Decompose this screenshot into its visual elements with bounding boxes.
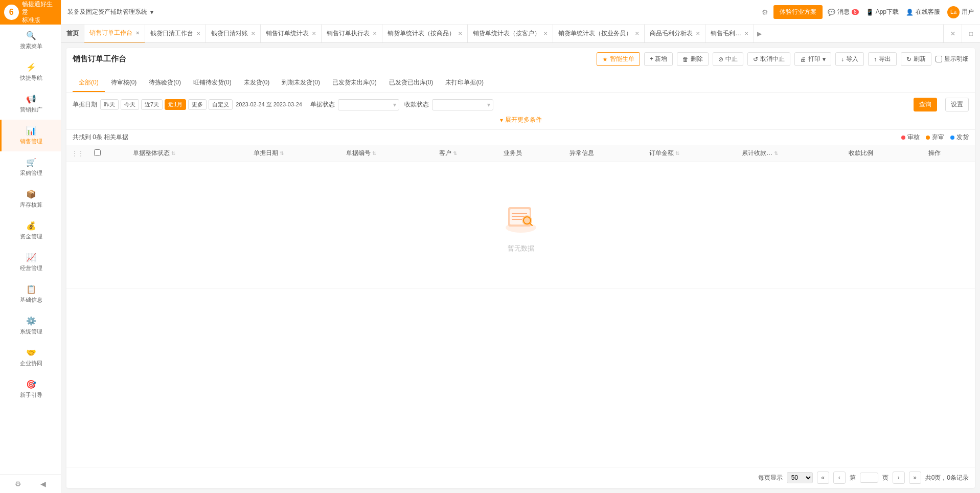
- tab-7[interactable]: 销货单统计表（按客户）✕: [468, 25, 553, 43]
- select-all-checkbox[interactable]: [94, 149, 101, 156]
- show-detail-checkbox[interactable]: [936, 56, 942, 62]
- tab-8[interactable]: 销货单统计表（按业务员）✕: [553, 25, 645, 43]
- tabs-scroll-right-btn[interactable]: ▶: [754, 25, 765, 43]
- tab-3[interactable]: 钱货日清对账✕: [206, 25, 261, 43]
- date-btn-今天[interactable]: 今天: [121, 99, 139, 110]
- online-service-btn[interactable]: 👤 在线客服: [906, 8, 940, 16]
- status-select[interactable]: [338, 99, 399, 110]
- sidebar-logo: 6 畅捷通好生意 标准版: [0, 0, 61, 25]
- date-btn-近7天[interactable]: 近7天: [141, 99, 163, 110]
- reject-action[interactable]: 弃审: [926, 133, 944, 142]
- export-btn[interactable]: ↑ 导出: [868, 52, 897, 66]
- sidebar-item-10[interactable]: 🤝企业协同: [0, 342, 61, 373]
- app-download-btn[interactable]: 📱 App下载: [866, 8, 899, 16]
- message-btn[interactable]: 💬 消息 6: [828, 8, 859, 16]
- drag-handle[interactable]: ⋮⋮: [72, 150, 84, 157]
- user-avatar: Ea: [947, 6, 960, 18]
- collapse-icon[interactable]: ◀: [40, 480, 46, 488]
- sidebar-item-11[interactable]: 🎯新手引导: [0, 373, 61, 405]
- tab-close-9[interactable]: ✕: [696, 31, 700, 36]
- filter-tab-0[interactable]: 全部(0): [73, 74, 105, 92]
- date-btn-近1月[interactable]: 近1月: [165, 99, 186, 110]
- sort-9[interactable]: 累计收款…⇅: [742, 149, 838, 158]
- tab-5[interactable]: 销售订单执行表✕: [322, 25, 382, 43]
- sort-2[interactable]: 单据整体状态⇅: [133, 149, 243, 158]
- tab-10[interactable]: 销售毛利…✕: [705, 25, 754, 43]
- filter-tab-7[interactable]: 已发货已出库(0): [383, 74, 440, 92]
- tab-close-2[interactable]: ✕: [196, 31, 200, 36]
- page-last-btn[interactable]: »: [909, 472, 921, 484]
- page-size-select[interactable]: 102050100: [787, 472, 813, 483]
- print-icon: 🖨: [800, 56, 806, 63]
- settings-icon[interactable]: ⚙: [15, 480, 21, 488]
- sidebar-item-1[interactable]: ⚡快捷导航: [0, 56, 61, 88]
- setting-btn[interactable]: 设置: [945, 98, 969, 111]
- filter-row: 单据日期 昨天今天近7天近1月更多自定义 2023-02-24 至 2023-0…: [73, 98, 969, 111]
- tab-1[interactable]: 销售订单工作台✕: [84, 25, 145, 43]
- user-btn[interactable]: Ea 用户: [947, 6, 974, 18]
- tab-close-5[interactable]: ✕: [373, 31, 377, 36]
- tab-close-10[interactable]: ✕: [744, 31, 748, 36]
- stop-btn[interactable]: ⊘ 中止: [713, 52, 743, 66]
- import-btn[interactable]: ↓ 导入: [835, 52, 864, 66]
- sidebar-item-4[interactable]: 🛒采购管理: [0, 151, 61, 183]
- query-btn[interactable]: 查询: [914, 98, 937, 111]
- new-btn[interactable]: + 新增: [644, 52, 673, 66]
- topbar: 装备及固定资产辅助管理系统 ▾ ⚙ 体验行业方案 💬 消息 6 📱 App下载 …: [61, 0, 980, 25]
- filter-tab-6[interactable]: 已发货未出库(0): [326, 74, 383, 92]
- sidebar-label-6: 资金管理: [20, 233, 42, 240]
- filter-tab-3[interactable]: 旺铺待发货(0): [187, 74, 238, 92]
- tab-close-8[interactable]: ✕: [635, 31, 639, 36]
- tabs-action-1[interactable]: □: [962, 25, 980, 43]
- content-area: 销售订单工作台 ★ 智能生单 + 新增 🗑 删除 ⊘ 中止: [61, 43, 980, 493]
- filter-tab-4[interactable]: 未发货(0): [238, 74, 276, 92]
- tab-0[interactable]: 首页: [61, 25, 84, 43]
- sidebar-item-8[interactable]: 📋基础信息: [0, 278, 61, 310]
- tabs-action-0[interactable]: ✕: [943, 25, 962, 43]
- payment-select[interactable]: [432, 99, 493, 110]
- date-btn-昨天[interactable]: 昨天: [100, 99, 119, 110]
- sidebar-item-6[interactable]: 💰资金管理: [0, 215, 61, 246]
- sort-5[interactable]: 客户⇅: [439, 149, 493, 158]
- page-input[interactable]: 1: [860, 473, 878, 483]
- page-next-btn[interactable]: ›: [893, 472, 905, 484]
- filter-tab-8[interactable]: 未打印单据(0): [439, 74, 490, 92]
- date-btn-自定义[interactable]: 自定义: [209, 99, 233, 110]
- refresh-btn[interactable]: ↻ 刷新: [901, 52, 931, 66]
- industry-btn[interactable]: 体验行业方案: [773, 5, 823, 19]
- sort-4[interactable]: 单据编号⇅: [346, 149, 428, 158]
- sidebar-item-2[interactable]: 📢营销推广: [0, 88, 61, 120]
- sidebar-label-5: 库存核算: [20, 201, 42, 209]
- tab-close-1[interactable]: ✕: [135, 30, 140, 36]
- expand-btn[interactable]: ▾ 展开更多条件: [500, 116, 542, 124]
- print-btn[interactable]: 🖨 打印 ▾: [794, 52, 831, 66]
- topbar-dropdown-btn[interactable]: ▾: [150, 9, 153, 16]
- cancel-stop-btn[interactable]: ↺ 取消中止: [747, 52, 790, 66]
- tab-close-6[interactable]: ✕: [458, 31, 462, 36]
- date-btn-更多[interactable]: 更多: [188, 99, 207, 110]
- tab-close-7[interactable]: ✕: [543, 31, 548, 36]
- tab-6[interactable]: 销货单统计表（按商品）✕: [382, 25, 468, 43]
- filter-tab-5[interactable]: 到期未发货(0): [276, 74, 326, 92]
- delete-btn[interactable]: 🗑 删除: [677, 52, 709, 66]
- ship-action[interactable]: 发货: [950, 133, 969, 142]
- sidebar-item-9[interactable]: ⚙️系统管理: [0, 310, 61, 342]
- smart-btn[interactable]: ★ 智能生单: [597, 52, 640, 66]
- tab-close-4[interactable]: ✕: [312, 31, 316, 36]
- tab-9[interactable]: 商品毛利分析表✕: [645, 25, 705, 43]
- sort-8[interactable]: 订单金额⇅: [649, 149, 732, 158]
- sort-3[interactable]: 单据日期⇅: [254, 149, 336, 158]
- sidebar-item-0[interactable]: 🔍搜索菜单: [0, 25, 61, 56]
- tab-4[interactable]: 销售订单统计表✕: [261, 25, 322, 43]
- filter-tab-2[interactable]: 待拣验货(0): [143, 74, 187, 92]
- sidebar-item-5[interactable]: 📦库存核算: [0, 183, 61, 215]
- page-first-btn[interactable]: «: [817, 472, 829, 484]
- tab-close-3[interactable]: ✕: [251, 31, 255, 36]
- filter-tab-1[interactable]: 待审核(0): [105, 74, 143, 92]
- tab-2[interactable]: 钱货日清工作台✕: [145, 25, 206, 43]
- sidebar-item-3[interactable]: 📊销售管理: [0, 120, 61, 151]
- sidebar-item-7[interactable]: 📈经营管理: [0, 246, 61, 278]
- review-action[interactable]: 审核: [901, 133, 920, 142]
- page-prev-btn[interactable]: ‹: [833, 472, 846, 484]
- topbar-gear-icon[interactable]: ⚙: [762, 8, 768, 16]
